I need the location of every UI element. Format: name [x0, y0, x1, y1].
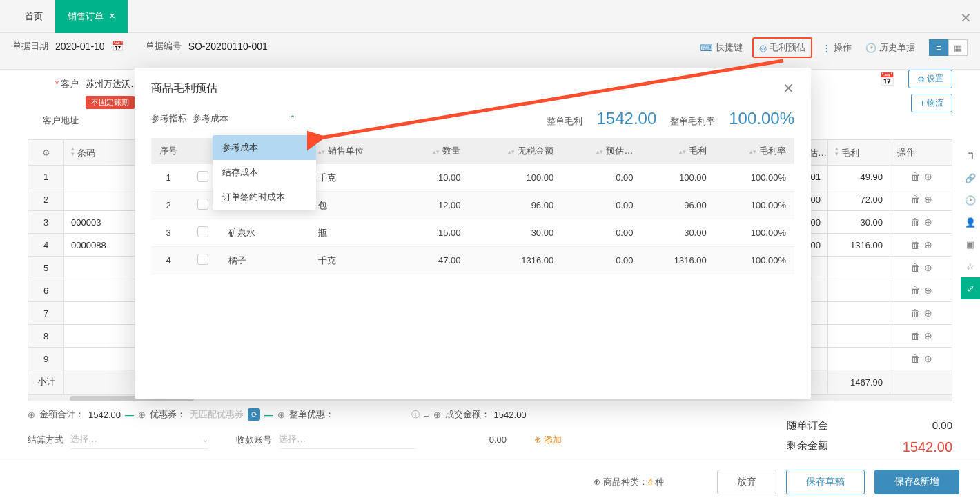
total-profit-value: 1542.00	[596, 109, 656, 128]
total-rate-label: 整单毛利率	[670, 115, 715, 128]
cell-profit: 1316.00	[641, 247, 714, 274]
dropdown-option[interactable]: 参考成本	[213, 135, 316, 160]
cell-profit: 100.00	[641, 164, 714, 192]
total-profit-label: 整单毛利	[547, 115, 582, 128]
cell-notax: 100.00	[469, 164, 562, 192]
cell-unit: 千克	[310, 164, 403, 192]
cell-idx: 4	[151, 247, 186, 274]
cell-qty: 15.00	[403, 219, 469, 247]
col-profit-m[interactable]: ▴▾毛利	[641, 138, 714, 164]
cell-idx: 3	[151, 219, 186, 247]
modal-close-icon[interactable]: ✕	[783, 80, 794, 97]
total-rate-value: 100.00%	[729, 109, 794, 128]
col-qty[interactable]: ▴▾数量	[403, 138, 469, 164]
cell-est: 0.00	[562, 247, 641, 274]
row-checkbox[interactable]	[197, 199, 208, 210]
cell-est: 0.00	[562, 164, 641, 192]
col-rate[interactable]: ▴▾毛利率	[715, 138, 794, 164]
cell-profit: 96.00	[641, 192, 714, 219]
ref-value: 参考成本	[193, 112, 228, 125]
cell-qty: 47.00	[403, 247, 469, 274]
ref-dropdown: 参考成本结存成本订单签约时成本	[213, 135, 316, 210]
cell-notax: 96.00	[469, 192, 562, 219]
cell-idx: 2	[151, 192, 186, 219]
profit-modal: 商品毛利预估 ✕ 参考指标 参考成本 ⌃ 整单毛利 1542.00 整单毛利率 …	[135, 68, 811, 399]
cell-notax: 30.00	[469, 219, 562, 247]
cell-idx: 1	[151, 164, 186, 192]
row-checkbox[interactable]	[197, 226, 208, 237]
cell-rate: 100.00%	[715, 247, 794, 274]
cell-qty: 10.00	[403, 164, 469, 192]
cell-rate: 100.00%	[715, 219, 794, 247]
col-est[interactable]: ▴▾预估…	[562, 138, 641, 164]
cell-name: 矿泉水	[220, 219, 310, 247]
modal-title: 商品毛利预估	[151, 81, 217, 96]
chevron-up-icon: ⌃	[289, 114, 296, 123]
ref-select[interactable]: 参考成本 ⌃	[193, 110, 296, 128]
table-row[interactable]: 4 橘子 千克 47.00 1316.00 0.00 1316.00 100.0…	[151, 247, 794, 274]
cell-est: 0.00	[562, 192, 641, 219]
dropdown-option[interactable]: 结存成本	[213, 160, 316, 185]
row-checkbox[interactable]	[197, 254, 208, 265]
cell-unit: 包	[310, 192, 403, 219]
col-notax[interactable]: ▴▾无税金额	[469, 138, 562, 164]
cell-unit: 瓶	[310, 219, 403, 247]
cell-qty: 12.00	[403, 192, 469, 219]
table-row[interactable]: 3 矿泉水 瓶 15.00 30.00 0.00 30.00 100.00%	[151, 219, 794, 247]
cell-profit: 30.00	[641, 219, 714, 247]
cell-rate: 100.00%	[715, 192, 794, 219]
cell-name: 橘子	[220, 247, 310, 274]
cell-rate: 100.00%	[715, 164, 794, 192]
col-unit[interactable]: ▴▾销售单位	[310, 138, 403, 164]
cell-notax: 1316.00	[469, 247, 562, 274]
cell-est: 0.00	[562, 219, 641, 247]
cell-unit: 千克	[310, 247, 403, 274]
ref-label: 参考指标	[151, 112, 187, 125]
row-checkbox[interactable]	[197, 171, 208, 182]
dropdown-option[interactable]: 订单签约时成本	[213, 185, 316, 210]
col-idx: 序号	[151, 138, 186, 164]
